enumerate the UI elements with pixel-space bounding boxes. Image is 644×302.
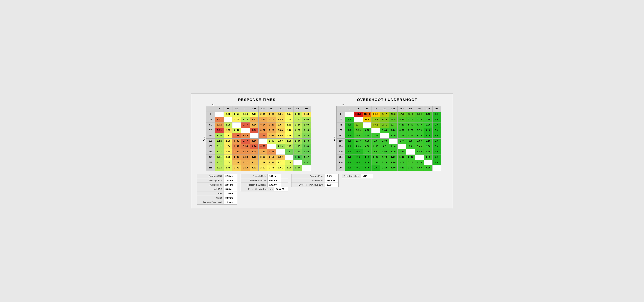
cell-7-5: 3.23 xyxy=(258,149,267,154)
cell-5-2: 3.70 xyxy=(362,138,371,144)
cell-8-3: 3.20 xyxy=(371,154,380,160)
row-header-204: 204 xyxy=(336,154,345,160)
avg-fall-value: 2.95 ms xyxy=(224,183,237,187)
cell-7-0: 0.0 xyxy=(345,149,354,154)
cell-1-4: 3.23 xyxy=(250,117,258,122)
col-header-26: 26 xyxy=(224,106,232,112)
cell-5-9: 1.10 xyxy=(424,138,432,144)
row-header-230: 230 xyxy=(336,160,345,165)
cell-1-8: 2.64 xyxy=(284,117,293,122)
cell-0-9: 2.36 xyxy=(293,112,302,117)
cell-0-1: 134.3 xyxy=(354,112,362,117)
cell-8-4: 3.25 xyxy=(250,154,258,160)
cell-5-1: 2.80 xyxy=(224,138,232,144)
cell-0-1: 2.60 xyxy=(224,112,232,117)
cell-8-9: 1.39 xyxy=(293,154,302,160)
cell-2-1: 22.7 xyxy=(354,122,362,128)
row-header-51: 51 xyxy=(336,122,345,128)
cell-3-6: 3.70 xyxy=(398,128,406,133)
cell-8-4: 4.70 xyxy=(380,154,389,160)
cell-4-10: 0.0 xyxy=(432,133,441,138)
error-block: Average Error 8.0 % Worst Error 134.3 % … xyxy=(291,174,338,187)
cell-3-1: 2.93 xyxy=(224,128,232,133)
cell-6-3: 3.80 xyxy=(371,144,380,149)
col-header-51: 51 xyxy=(362,106,371,112)
cell-0-10: 0.0 xyxy=(432,112,441,117)
cell-4-10: 1.80 xyxy=(302,133,311,138)
cell-5-4: 3.50 xyxy=(250,138,258,144)
row-header-153: 153 xyxy=(336,144,345,149)
cell-4-7: 2.90 xyxy=(276,133,284,138)
avg-error-label: Average Error xyxy=(292,174,325,178)
cell-8-10: 1.57 xyxy=(302,154,311,160)
rt-table: 026517710212815317920423025502.602.552.5… xyxy=(206,106,311,171)
cell-7-10: 1.55 xyxy=(302,149,311,154)
cell-3-2: 2.44 xyxy=(232,128,241,133)
cell-6-1: 1.20 xyxy=(354,144,362,149)
cell-1-5: 13.8 xyxy=(389,117,398,122)
refresh-rate-label: Refresh Rate xyxy=(241,174,268,178)
cell-7-2: 3.40 xyxy=(232,149,241,154)
cell-7-10: 0.0 xyxy=(432,149,441,154)
cell-1-3: 2.24 xyxy=(241,117,250,122)
worst-label: Worst xyxy=(197,196,224,200)
cell-9-10: 1.57 xyxy=(302,160,311,165)
cell-1-1 xyxy=(354,117,362,122)
cell-0-4: 2.66 xyxy=(250,112,258,117)
cell-0-8: 2.74 xyxy=(284,112,293,117)
cell-3-4: 3.82 xyxy=(250,128,258,133)
cell-5-10: 1.70 xyxy=(302,138,311,144)
cell-7-3: 3.42 xyxy=(241,149,250,154)
cell-9-0: 0.0 xyxy=(345,160,354,165)
cell-4-1: 5.0 xyxy=(354,133,362,138)
cell-9-3: 1.90 xyxy=(371,160,380,165)
cell-6-0: 2.12 xyxy=(215,144,224,149)
row-header-77: 77 xyxy=(206,128,215,133)
cell-9-0: 2.17 xyxy=(215,160,224,165)
col-header-102: 102 xyxy=(250,106,258,112)
cell-2-8: 2.61 xyxy=(284,122,293,128)
cell-2-3: 3.77 xyxy=(241,122,250,128)
cell-5-6: 3.0 xyxy=(398,138,406,144)
col-header-255: 255 xyxy=(432,106,441,112)
cell-7-7 xyxy=(406,149,415,154)
cell-2-9: 1.70 xyxy=(424,122,432,128)
cell-10-7: 3.60 xyxy=(406,165,415,171)
avg-dark-row: Average Dark Level 2.99 ms xyxy=(197,200,237,204)
cell-5-8: 2.39 xyxy=(284,138,293,144)
avg-fall-row: Average Fall 2.95 ms xyxy=(197,183,237,187)
cell-8-6: 5.10 xyxy=(398,154,406,160)
cell-4-4 xyxy=(380,133,389,138)
cell-10-8: 4.80 xyxy=(415,165,424,171)
cell-7-1: 0.0 xyxy=(354,149,362,154)
row-header-204: 204 xyxy=(206,154,215,160)
top-row: RESPONSE TIMES From To 02651771021281531… xyxy=(197,98,447,171)
cell-10-9: 1.94 xyxy=(293,165,302,171)
cell-6-1: 2.84 xyxy=(224,144,232,149)
cell-3-1: 8.90 xyxy=(354,128,362,133)
cell-1-9: 2.25 xyxy=(293,117,302,122)
cell-9-9 xyxy=(293,160,302,165)
avg-dark-label: Average Dark Level xyxy=(197,200,224,204)
cell-10-0: 2.22 xyxy=(215,165,224,171)
cell-2-7: 2.96 xyxy=(276,122,284,128)
avg-error-row: Average Error 8.0 % xyxy=(292,174,338,178)
cell-7-8: 3.40 xyxy=(415,149,424,154)
rt-matrix-inner: To 026517710212815317920423025502.602.55… xyxy=(206,103,311,171)
cell-5-3: 3.77 xyxy=(241,138,250,144)
cell-3-8: 2.70 xyxy=(284,128,293,133)
cell-3-10: 1.90 xyxy=(302,128,311,133)
avg-rise-row: Average Rise 2.54 ms xyxy=(197,178,237,183)
cell-5-5 xyxy=(258,138,267,144)
cell-4-2: 3.63 xyxy=(232,133,241,138)
cell-8-10: 0.0 xyxy=(432,154,441,160)
row-header-179: 179 xyxy=(206,149,215,154)
col-header-204: 204 xyxy=(415,106,424,112)
cell-10-6: 3.10 xyxy=(398,165,406,171)
avg-g2g-row: Average G2G 2.75 ms xyxy=(197,174,237,178)
cell-3-7: 3.04 xyxy=(276,128,284,133)
cell-9-7: 2.72 xyxy=(276,160,284,165)
col-header-179: 179 xyxy=(406,106,415,112)
percent-plus-label: Percent In Window +1ms xyxy=(241,187,274,191)
cell-0-0 xyxy=(345,112,354,117)
